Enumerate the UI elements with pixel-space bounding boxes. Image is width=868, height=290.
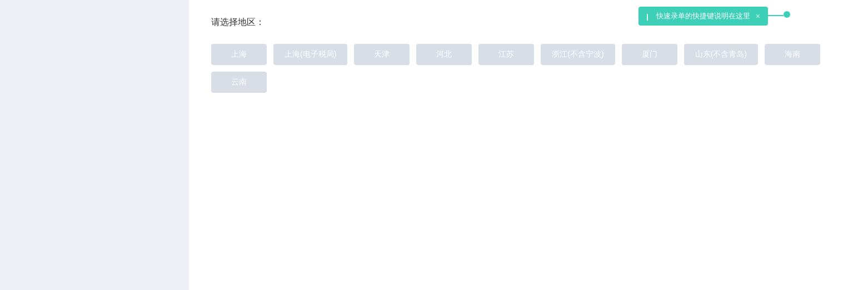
region-btn-xiamen[interactable]: 厦门 — [622, 44, 677, 65]
tooltip-banner: 快速录单的快捷键说明在这里 × — [638, 7, 768, 26]
region-btn-yunnan[interactable]: 云南 — [211, 72, 267, 93]
connector-line — [767, 15, 784, 16]
region-btn-tianjin[interactable]: 天津 — [354, 44, 410, 65]
region-btn-zhejiang[interactable]: 浙江(不含宁波) — [541, 44, 615, 65]
sidebar — [0, 0, 189, 290]
region-btn-hebei[interactable]: 河北 — [416, 44, 472, 65]
tooltip-text: 快速录单的快捷键说明在这里 — [656, 11, 750, 21]
main-content: 请选择地区： 上海上海(电子税局)天津河北江苏浙江(不含宁波)厦门山东(不含青岛… — [189, 0, 868, 290]
tooltip-close-button[interactable]: × — [756, 12, 760, 21]
region-btn-hainan[interactable]: 海南 — [765, 44, 820, 65]
region-btn-shanghai[interactable]: 上海 — [211, 44, 267, 65]
region-btn-jiangsu[interactable]: 江苏 — [478, 44, 534, 65]
circle-indicator — [784, 11, 790, 18]
region-btn-shanghai-etax[interactable]: 上海(电子税局) — [273, 44, 347, 65]
region-buttons-container: 上海上海(电子税局)天津河北江苏浙江(不含宁波)厦门山东(不含青岛)海南云南 — [211, 44, 846, 93]
region-btn-shandong[interactable]: 山东(不含青岛) — [684, 44, 758, 65]
